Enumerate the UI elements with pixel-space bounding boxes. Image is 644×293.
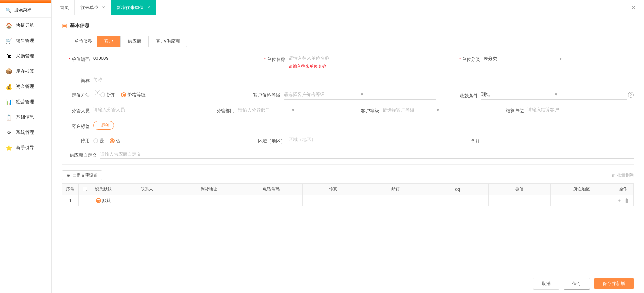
- tab-bar: 首页 往来单位 ✕ 新增往来单位 ✕ ✕: [52, 0, 644, 15]
- tab-contacts-close[interactable]: ✕: [102, 5, 105, 10]
- col-customer-price: 客户价格等级 请选择客户价格等级 ▼: [252, 90, 436, 100]
- supplier-custom-input[interactable]: [100, 150, 634, 159]
- unit-category-label: 单位分类: [452, 54, 484, 63]
- row-pricing: 定价方法 ? 折扣 价格等级 客户价格等级 请选择客户价格等级: [62, 90, 634, 100]
- sidebar-item-quick-nav[interactable]: 🏠 快捷导航: [0, 18, 51, 33]
- phone-input[interactable]: [244, 198, 298, 203]
- cell-fax[interactable]: [302, 195, 364, 206]
- select-all-checkbox[interactable]: [83, 187, 87, 191]
- batch-delete-button[interactable]: 🗑 批量删除: [611, 172, 634, 178]
- tab-home[interactable]: 首页: [54, 0, 75, 15]
- row-tag: 客户标签 + 标签: [62, 121, 634, 130]
- cell-checkbox: [78, 195, 91, 206]
- cell-region[interactable]: [551, 195, 613, 206]
- home-icon: 🏠: [6, 22, 13, 29]
- custom-settings-button[interactable]: ⚙ 自定义项设置: [62, 170, 102, 180]
- sidebar-label-purchase: 采购管理: [16, 53, 34, 59]
- add-row-icon[interactable]: ＋: [617, 197, 622, 204]
- abbr-input[interactable]: [93, 75, 634, 84]
- tab-new-contact-close[interactable]: ✕: [147, 5, 150, 10]
- row-disable: 停用 是 否 区域（地区） ···: [62, 135, 634, 144]
- save-add-button[interactable]: 保存并新增: [594, 278, 634, 289]
- col-tag: 客户标签 + 标签: [62, 121, 634, 130]
- radio-no[interactable]: 否: [110, 138, 120, 144]
- sidebar-accent: [0, 0, 51, 3]
- cell-wechat[interactable]: [488, 195, 550, 206]
- th-email: 邮箱: [364, 184, 426, 195]
- delete-row-icon[interactable]: 🗑: [625, 198, 629, 203]
- region-input[interactable]: [289, 135, 431, 144]
- tab-home-label: 首页: [60, 5, 69, 11]
- remark-input[interactable]: [484, 135, 634, 144]
- cell-phone[interactable]: [240, 195, 302, 206]
- supplier-custom-wrap: [100, 150, 634, 159]
- sidebar-item-operations[interactable]: 📊 经营管理: [0, 94, 51, 109]
- unit-type-row: 单位类型 客户 供应商 客户/供应商: [62, 36, 634, 47]
- shopping-icon: 🛒: [6, 37, 13, 44]
- payment-terms-label: 收款条件: [450, 90, 481, 99]
- radio-discount[interactable]: 折扣: [100, 92, 116, 98]
- payment-terms-help[interactable]: ?: [628, 92, 634, 98]
- row-checkbox[interactable]: [83, 198, 87, 202]
- btn-both[interactable]: 客户/供应商: [149, 36, 187, 47]
- unit-category-select[interactable]: 未分类 ▼: [484, 54, 634, 64]
- address-input[interactable]: [182, 198, 236, 203]
- cell-address[interactable]: [178, 195, 240, 206]
- tab-contacts[interactable]: 往来单位 ✕: [75, 0, 111, 15]
- btn-customer[interactable]: 客户: [97, 36, 120, 47]
- sidebar-item-system[interactable]: ⚙ 系统管理: [0, 125, 51, 140]
- cell-email[interactable]: [364, 195, 426, 206]
- cancel-button[interactable]: 取消: [533, 278, 559, 290]
- th-region: 所在地区: [551, 184, 613, 195]
- wechat-input[interactable]: [492, 198, 547, 203]
- sidebar-label-quick-nav: 快捷导航: [16, 22, 34, 29]
- save-button[interactable]: 保存: [564, 278, 590, 290]
- radio-level[interactable]: 价格等级: [121, 92, 146, 98]
- contact-input[interactable]: [119, 198, 174, 203]
- qq-input[interactable]: [430, 198, 485, 203]
- pricing-method-help[interactable]: ?: [95, 90, 100, 95]
- close-all-tabs[interactable]: ✕: [626, 4, 641, 11]
- unit-name-input[interactable]: [289, 54, 439, 63]
- manager-input[interactable]: [93, 105, 192, 114]
- th-fax: 传真: [302, 184, 364, 195]
- search-menu-label: 搜索菜单: [14, 7, 32, 13]
- col-remark: 备注: [452, 135, 634, 144]
- tab-new-contact[interactable]: 新增往来单位 ✕: [111, 0, 156, 15]
- sidebar-item-finance[interactable]: 💰 资金管理: [0, 79, 51, 94]
- cell-contact[interactable]: [116, 195, 178, 206]
- add-tag-button[interactable]: + 标签: [93, 121, 114, 130]
- col-pricing-method: 定价方法 ? 折扣 价格等级: [62, 90, 245, 98]
- category-arrow-icon: ▼: [559, 56, 634, 61]
- customer-level-select[interactable]: 请选择客户等级 ▼: [383, 105, 489, 115]
- sidebar-item-guide[interactable]: ⭐ 新手引导: [0, 140, 51, 155]
- btn-supplier[interactable]: 供应商: [120, 36, 149, 47]
- cell-qq[interactable]: [426, 195, 488, 206]
- settlement-input[interactable]: [527, 105, 626, 114]
- fax-input[interactable]: [306, 198, 361, 203]
- divider: [62, 164, 634, 165]
- sidebar-label-inventory: 库存核算: [16, 68, 34, 74]
- unit-code-input[interactable]: [93, 54, 243, 63]
- dept-select[interactable]: 请输入分管部门 ▼: [238, 105, 345, 115]
- default-radio[interactable]: [96, 198, 101, 203]
- radio-yes[interactable]: 是: [93, 138, 104, 144]
- region-cell-input[interactable]: [554, 198, 609, 203]
- region-more-btn[interactable]: ···: [431, 136, 438, 144]
- sidebar-item-inventory[interactable]: 📦 库存核算: [0, 64, 51, 79]
- col-unit-name: 单位名称 请输入往来单位名称: [257, 54, 439, 70]
- search-menu-item[interactable]: 🔍 搜索菜单: [0, 3, 51, 18]
- sidebar-item-purchase[interactable]: 🛍 采购管理: [0, 48, 51, 64]
- email-input[interactable]: [368, 198, 423, 203]
- payment-terms-select[interactable]: 现结 ▼: [481, 90, 627, 100]
- th-wechat: 微信: [488, 184, 550, 195]
- pricing-method-label: 定价方法: [62, 90, 93, 98]
- sidebar-item-basics[interactable]: 📋 基础信息: [0, 109, 51, 125]
- settlement-more-btn[interactable]: ···: [626, 105, 634, 114]
- customer-price-select[interactable]: 请选择客户价格等级 ▼: [284, 90, 436, 100]
- box-icon: 📦: [6, 68, 13, 75]
- sidebar-item-sales[interactable]: 🛒 销售管理: [0, 33, 51, 48]
- disable-label: 停用: [62, 135, 93, 144]
- cell-default: 默认: [91, 195, 116, 206]
- manager-more-btn[interactable]: ···: [192, 105, 199, 114]
